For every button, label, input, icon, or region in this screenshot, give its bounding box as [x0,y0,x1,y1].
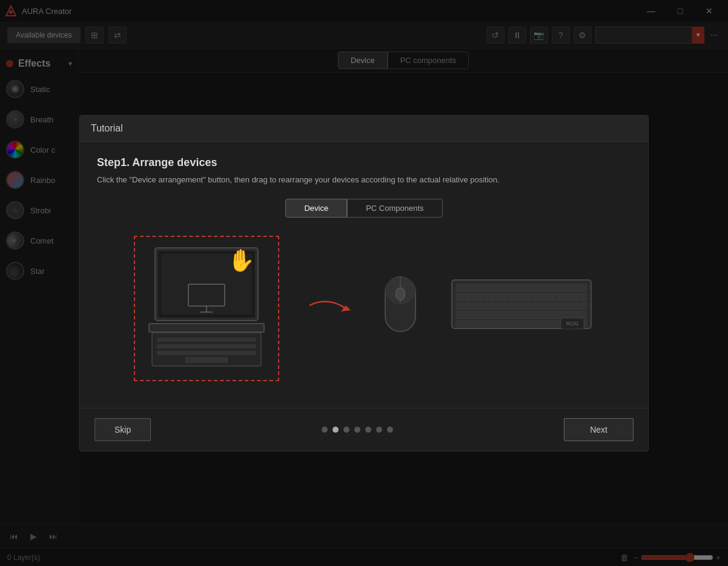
modal-tab-device[interactable]: Device [285,199,347,218]
svg-rect-12 [157,351,256,355]
modal-header: Tutorial [80,116,648,142]
svg-rect-20 [456,284,587,291]
modal-tab-pc[interactable]: PC Components [347,199,442,218]
page-dot-5 [376,427,382,433]
page-dot-1 [333,427,339,433]
svg-rect-23 [456,311,587,319]
page-dot-0 [322,427,328,433]
tutorial-modal: Tutorial Step1. Arrange devices Click th… [79,115,649,451]
modal-overlay: Tutorial Step1. Arrange devices Click th… [0,0,728,566]
modal-body: Step1. Arrange devices Click the "Device… [80,142,648,408]
keyboard-device: ROG [449,277,594,340]
page-dot-6 [387,427,393,433]
hand-pointer-icon: ✋ [228,248,255,273]
laptop-container: ✋ [134,236,279,381]
modal-title: Tutorial [91,123,123,133]
modal-footer: Skip Next [80,408,648,451]
mouse-device [376,271,425,346]
svg-rect-21 [456,293,587,301]
page-dot-4 [365,427,371,433]
next-button[interactable]: Next [564,418,634,441]
svg-rect-18 [396,288,405,300]
svg-rect-10 [157,338,256,342]
svg-rect-13 [185,357,228,363]
step-desc: Click the "Device arrangement" button, t… [97,175,631,184]
svg-rect-22 [456,302,587,310]
page-dot-3 [354,427,360,433]
skip-button[interactable]: Skip [94,418,151,441]
drag-arrow-svg [303,293,352,324]
arrow-container [303,293,352,324]
svg-rect-11 [157,344,256,348]
pagination-dots [322,427,393,433]
svg-rect-8 [149,324,264,332]
svg-text:ROG: ROG [566,321,579,327]
device-illustration: ✋ [97,230,631,393]
step-title: Step1. Arrange devices [97,156,631,169]
mouse-svg [376,271,425,344]
modal-device-tabs: Device PC Components [97,199,631,218]
keyboard-svg: ROG [449,277,594,338]
page-dot-2 [343,427,349,433]
laptop-device: ✋ [140,242,273,375]
